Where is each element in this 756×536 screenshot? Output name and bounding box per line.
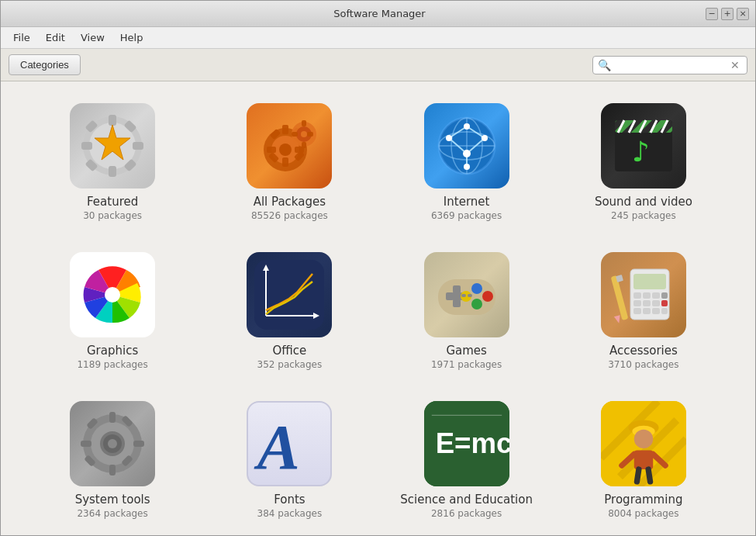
svg-rect-5 — [133, 142, 143, 150]
category-fonts[interactable]: A Fonts 384 packages — [209, 395, 370, 525]
internet-icon-svg — [432, 111, 502, 181]
minimize-button[interactable]: − — [706, 8, 718, 20]
window-controls: − + × — [706, 8, 749, 20]
menu-file[interactable]: File — [7, 29, 36, 47]
svg-text:♪: ♪ — [632, 136, 650, 168]
menu-help[interactable]: Help — [114, 29, 150, 47]
office-icon-svg — [254, 260, 324, 330]
svg-point-24 — [301, 131, 307, 137]
menubar: File Edit View Help — [1, 27, 755, 49]
internet-count: 6369 packages — [431, 210, 502, 221]
category-graphics[interactable]: Graphics 1189 packages — [32, 246, 193, 376]
svg-rect-96 — [81, 441, 91, 447]
accessories-name: Accessories — [609, 344, 678, 358]
featured-icon-svg — [78, 111, 147, 181]
svg-point-103 — [108, 439, 117, 448]
category-programming[interactable]: Programming 8004 packages — [563, 395, 724, 525]
games-count: 1971 packages — [431, 359, 502, 370]
svg-rect-63 — [446, 292, 454, 300]
svg-point-70 — [471, 299, 482, 309]
svg-rect-75 — [633, 274, 666, 289]
accessories-icon — [601, 252, 686, 337]
svg-point-41 — [446, 135, 452, 141]
svg-point-69 — [482, 291, 493, 302]
accessories-count: 3710 packages — [608, 359, 678, 370]
close-button[interactable]: × — [737, 8, 749, 20]
categories-grid: Featured 30 packages — [32, 97, 724, 525]
svg-rect-3 — [109, 166, 116, 177]
internet-icon — [424, 103, 509, 188]
categories-button[interactable]: Categories — [9, 54, 81, 75]
svg-rect-86 — [652, 308, 660, 314]
svg-point-68 — [471, 283, 482, 294]
svg-rect-79 — [661, 292, 668, 299]
svg-text:A: A — [254, 412, 300, 482]
svg-marker-89 — [614, 315, 622, 324]
all-packages-icon — [247, 103, 332, 188]
fonts-icon: A — [247, 401, 332, 486]
science-icon-svg: E=mc² — [424, 401, 509, 486]
search-input[interactable] — [614, 59, 730, 71]
main-window: Software Manager − + × File Edit View He… — [0, 0, 756, 536]
programming-icon — [601, 401, 686, 486]
svg-rect-82 — [652, 300, 660, 306]
svg-rect-94 — [109, 412, 116, 423]
programming-icon-svg — [601, 401, 686, 486]
sound-video-name: Sound and video — [595, 195, 692, 209]
sound-video-icon: ♪ — [601, 103, 686, 188]
graphics-icon-svg — [74, 256, 151, 334]
science-name: Science and Education — [400, 493, 533, 507]
category-science[interactable]: E=mc² Science and Education 2816 package… — [386, 395, 547, 525]
svg-rect-25 — [302, 120, 306, 126]
category-sound-video[interactable]: ♪ Sound and video 245 packages — [563, 97, 724, 227]
svg-rect-88 — [611, 275, 629, 320]
category-featured[interactable]: Featured 30 packages — [32, 97, 193, 227]
games-name: Games — [446, 344, 486, 358]
svg-rect-28 — [307, 132, 313, 137]
science-icon: E=mc² — [424, 401, 509, 486]
graphics-icon — [70, 252, 155, 337]
category-games[interactable]: Games 1971 packages — [386, 246, 547, 376]
graphics-count: 1189 packages — [77, 359, 147, 370]
svg-line-119 — [648, 469, 650, 482]
svg-line-118 — [637, 469, 638, 482]
category-internet[interactable]: Internet 6369 packages — [386, 97, 547, 227]
svg-rect-83 — [661, 300, 668, 306]
svg-rect-76 — [633, 292, 641, 299]
programming-count: 8004 packages — [608, 508, 678, 519]
programming-name: Programming — [604, 493, 682, 507]
svg-rect-4 — [81, 142, 92, 150]
system-tools-icon — [70, 401, 155, 486]
search-box: 🔍 ✕ — [592, 56, 747, 74]
content-area: Featured 30 packages — [1, 81, 755, 535]
games-icon-svg — [432, 260, 502, 330]
featured-count: 30 packages — [83, 210, 142, 221]
svg-rect-85 — [643, 308, 651, 314]
system-tools-name: System tools — [75, 493, 150, 507]
svg-rect-16 — [267, 147, 276, 153]
fonts-icon-svg: A — [248, 403, 330, 485]
category-system-tools[interactable]: System tools 2364 packages — [32, 395, 193, 525]
category-accessories[interactable]: Accessories 3710 packages — [563, 246, 724, 376]
svg-rect-73 — [468, 294, 472, 297]
sound-video-icon-svg: ♪ — [609, 111, 678, 181]
search-clear-button[interactable]: ✕ — [730, 59, 740, 71]
svg-point-43 — [464, 164, 470, 170]
svg-rect-81 — [643, 300, 651, 306]
svg-point-40 — [482, 135, 488, 141]
sound-video-count: 245 packages — [611, 210, 676, 221]
svg-rect-115 — [634, 451, 653, 469]
menu-edit[interactable]: Edit — [40, 29, 71, 47]
fonts-name: Fonts — [274, 493, 305, 507]
svg-rect-15 — [282, 157, 288, 167]
category-office[interactable]: Office 352 packages — [209, 246, 370, 376]
svg-point-114 — [634, 430, 653, 448]
category-all-packages[interactable]: All Packages 85526 packages — [209, 97, 370, 227]
svg-text:E=mc²: E=mc² — [435, 427, 509, 459]
menu-view[interactable]: View — [74, 29, 111, 47]
svg-rect-78 — [652, 292, 660, 299]
svg-rect-72 — [461, 294, 466, 297]
maximize-button[interactable]: + — [721, 8, 734, 20]
window-title: Software Manager — [54, 8, 706, 19]
svg-rect-84 — [633, 308, 641, 314]
